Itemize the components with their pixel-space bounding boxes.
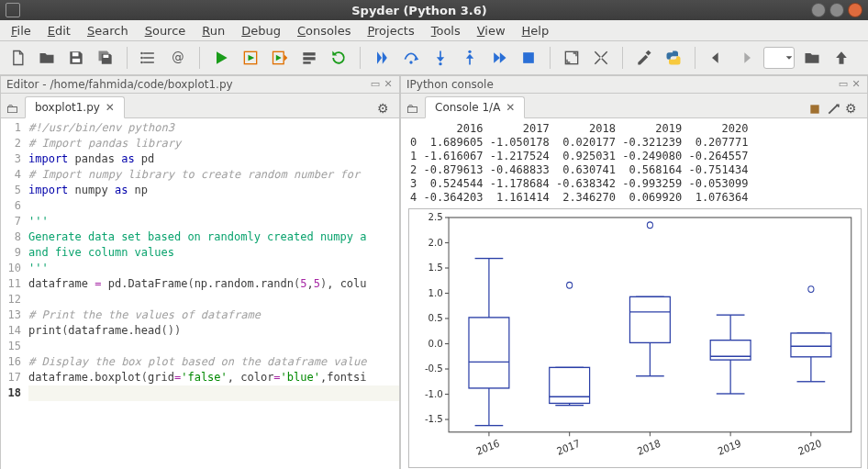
svg-point-5 [140, 61, 143, 64]
svg-text:-1.5: -1.5 [425, 413, 443, 426]
menu-tools[interactable]: Tools [424, 22, 468, 39]
open-file-button[interactable] [35, 46, 59, 70]
stop-debug-button[interactable] [517, 46, 540, 70]
window-titlebar: Spyder (Python 3.6) [0, 0, 868, 20]
menu-source[interactable]: Source [138, 22, 194, 39]
svg-point-12 [409, 61, 412, 63]
fullscreen-button[interactable] [589, 46, 613, 70]
browse-dir-button[interactable] [800, 46, 824, 70]
svg-text:1.5: 1.5 [428, 262, 443, 274]
svg-rect-9 [303, 52, 315, 55]
svg-point-80 [808, 286, 814, 293]
svg-rect-18 [810, 105, 818, 113]
run-cell-advance-button[interactable] [268, 46, 292, 70]
ipython-tab[interactable]: Console 1/A ✕ [425, 96, 525, 118]
svg-rect-0 [72, 52, 79, 56]
svg-point-3 [140, 52, 143, 55]
working-dir-combo[interactable] [763, 47, 795, 69]
menu-run[interactable]: Run [195, 22, 232, 39]
menubar: FileEditSearchSourceRunDebugConsolesProj… [0, 20, 868, 41]
outline-button[interactable] [137, 46, 161, 70]
maximize-pane-button[interactable] [560, 46, 584, 70]
editor-title: Editor - /home/fahmida/code/boxplot1.py … [1, 76, 399, 94]
app-icon [6, 3, 20, 17]
run-button[interactable] [209, 46, 233, 70]
console-output: 2016 2017 2018 2019 2020 0 1.689605 -1.0… [401, 118, 867, 205]
pane-undock-icon[interactable]: ▭ [838, 79, 849, 90]
svg-rect-52 [469, 318, 509, 388]
pane-undock-icon[interactable]: ▭ [370, 79, 381, 90]
menu-edit[interactable]: Edit [40, 22, 78, 39]
svg-rect-58 [550, 367, 590, 403]
svg-text:-1.0: -1.0 [425, 387, 443, 400]
ipython-options-icon[interactable]: ⚙ [845, 101, 860, 116]
svg-point-4 [140, 57, 143, 60]
debug-button[interactable] [370, 46, 394, 70]
continue-button[interactable] [487, 46, 511, 70]
svg-text:2.5: 2.5 [428, 211, 443, 224]
tab-browse-icon[interactable]: 🗀 [5, 101, 19, 116]
parent-dir-button[interactable] [829, 46, 853, 70]
code-editor[interactable]: 123456789101112131415161718 #!/usr/bin/e… [1, 118, 399, 469]
svg-text:0.5: 0.5 [428, 312, 443, 325]
menu-view[interactable]: View [470, 22, 513, 39]
svg-point-60 [567, 282, 573, 288]
step-into-button[interactable] [428, 46, 452, 70]
svg-rect-78 [791, 333, 831, 357]
ipython-console[interactable]: 2016 2017 2018 2019 2020 0 1.689605 -1.0… [401, 118, 867, 469]
stop-kernel-icon[interactable] [808, 103, 821, 116]
window-title: Spyder (Python 3.6) [28, 4, 811, 17]
rerun-button[interactable] [327, 46, 351, 70]
svg-rect-17 [646, 50, 651, 56]
editor-tabbar: 🗀 boxplot1.py ✕ ⚙ [1, 94, 399, 118]
window-minimize-button[interactable] [811, 3, 826, 17]
svg-text:2017: 2017 [555, 437, 582, 458]
toolbar: @ [0, 41, 868, 75]
svg-rect-11 [303, 61, 310, 64]
svg-text:2.0: 2.0 [428, 236, 443, 249]
pane-close-icon[interactable]: ✕ [851, 79, 862, 90]
code-cell-button[interactable]: @ [166, 46, 190, 70]
editor-pane: Editor - /home/fahmida/code/boxplot1.py … [0, 75, 400, 469]
close-icon[interactable]: ✕ [106, 101, 115, 114]
plot-output: -1.5-1.0-0.50.00.51.01.52.02.52016201720… [401, 205, 867, 469]
save-button[interactable] [64, 46, 88, 70]
ipython-title: IPython console ▭ ✕ [401, 76, 867, 94]
editor-options-icon[interactable]: ⚙ [377, 101, 392, 116]
svg-rect-65 [629, 296, 670, 342]
menu-help[interactable]: Help [515, 22, 557, 39]
editor-title-text: Editor - /home/fahmida/code/boxplot1.py [6, 78, 233, 91]
window-maximize-button[interactable] [829, 3, 844, 17]
ipython-tab-label: Console 1/A [435, 101, 500, 114]
new-file-button[interactable] [6, 46, 29, 70]
preferences-button[interactable] [632, 46, 656, 70]
run-selection-button[interactable] [297, 46, 321, 70]
boxplot-chart: -1.5-1.0-0.50.00.51.01.52.02.52016201720… [408, 208, 862, 468]
menu-debug[interactable]: Debug [234, 22, 288, 39]
svg-text:-0.5: -0.5 [425, 363, 443, 375]
close-icon[interactable]: ✕ [506, 101, 515, 114]
tab-browse-icon[interactable]: 🗀 [405, 101, 419, 116]
pane-close-icon[interactable]: ✕ [383, 79, 394, 90]
editor-tab[interactable]: boxplot1.py ✕ [25, 96, 125, 118]
svg-text:@: @ [172, 50, 184, 64]
save-all-button[interactable] [94, 46, 117, 70]
menu-file[interactable]: File [4, 22, 39, 39]
step-over-button[interactable] [399, 46, 423, 70]
restart-kernel-icon[interactable] [827, 103, 840, 116]
ipython-tabbar: 🗀 Console 1/A ✕ ⚙ [401, 94, 867, 118]
svg-text:2016: 2016 [474, 437, 501, 458]
ipython-title-text: IPython console [406, 78, 494, 91]
menu-projects[interactable]: Projects [360, 22, 421, 39]
svg-rect-10 [303, 57, 315, 60]
run-cell-button[interactable] [239, 46, 262, 70]
step-out-button[interactable] [458, 46, 482, 70]
forward-button[interactable] [734, 46, 758, 70]
menu-search[interactable]: Search [80, 22, 136, 39]
svg-text:2018: 2018 [636, 437, 662, 458]
python-path-button[interactable] [662, 46, 685, 70]
svg-rect-1 [72, 59, 80, 62]
window-close-button[interactable] [848, 3, 862, 17]
back-button[interactable] [705, 46, 729, 70]
menu-consoles[interactable]: Consoles [290, 22, 358, 39]
